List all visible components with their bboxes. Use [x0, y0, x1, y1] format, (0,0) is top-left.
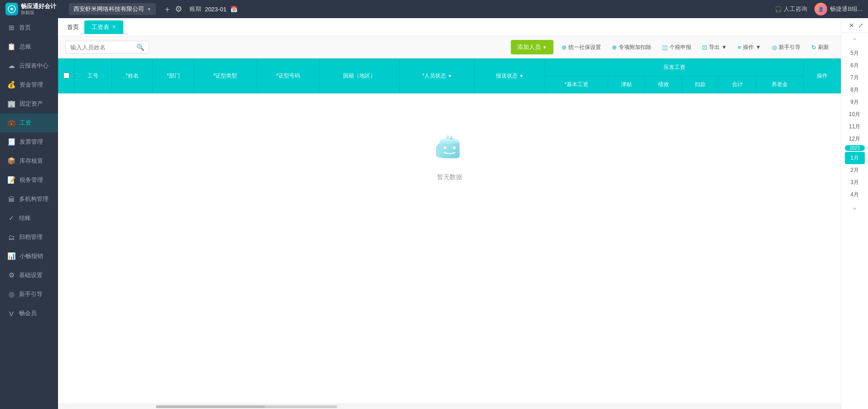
sidebar-item-report[interactable]: ☁ 云报表中心 — [0, 56, 58, 75]
deduction-icon: ⊕ — [612, 44, 617, 51]
svg-point-3 — [453, 146, 456, 149]
sidebar-item-home[interactable]: ⊞ 首页 — [0, 18, 58, 37]
header-salary-group: 应发工资 — [545, 59, 804, 76]
tab-salary-close[interactable]: ✕ — [112, 24, 116, 30]
add-person-button[interactable]: 添加人员 ▼ — [511, 40, 553, 54]
sidebar-item-invoice[interactable]: 🧾 发票管理 — [0, 132, 58, 151]
month-item-10[interactable]: 10月 — [845, 108, 865, 121]
sidebar-item-settle[interactable]: ✓ 结账 — [0, 209, 58, 228]
export-dropdown-arrow: ▼ — [722, 44, 727, 50]
logo-area: 畅应通好会计 旗舰版 — [5, 3, 60, 15]
year-month-list: ⌃ 5月 6月 7月 8月 9月 10月 11月 12月 2023 1月 2月 … — [841, 33, 868, 409]
sidebar-item-ledger[interactable]: 📋 总账 — [0, 37, 58, 56]
sidebar-label-ledger: 总账 — [19, 43, 31, 51]
tab-home[interactable]: 首页 — [62, 20, 84, 34]
app-name: 畅应通好会计 — [21, 3, 56, 10]
month-item-8[interactable]: 8月 — [845, 84, 865, 96]
export-label: 导出 — [709, 44, 720, 51]
sidebar-label-guide: 新手引导 — [19, 290, 43, 298]
header-performance: 绩效 — [645, 76, 682, 93]
user-btn[interactable]: 👤 畅捷通B组... — [815, 3, 863, 15]
operation-btn[interactable]: ≡ 操作 ▼ — [733, 41, 766, 54]
svg-marker-5 — [446, 134, 450, 139]
social-insurance-label: 统一社保设置 — [568, 44, 601, 51]
company-selector[interactable]: 西安虾米网络科技有限公司 ▼ — [69, 3, 156, 15]
panel-expand-btn[interactable]: ⤢ — [857, 21, 864, 30]
month-item-9[interactable]: 9月 — [845, 96, 865, 108]
tab-home-label: 首页 — [67, 23, 79, 31]
table-scrollbar[interactable] — [58, 404, 841, 409]
sidebar-item-asset[interactable]: 🏢 固定资产 — [0, 94, 58, 113]
search-box[interactable]: 🔍 — [65, 41, 149, 54]
period-value: 2023-01 — [205, 6, 227, 13]
month-item-11[interactable]: 11月 — [845, 121, 865, 133]
tax-report-btn[interactable]: ◫ 个税申报 — [658, 41, 696, 54]
service-label: 人工咨询 — [784, 5, 807, 13]
salary-table: 工号 *姓名 *部门 *证型类型 *证型号码 国籍（地区） *人员状态 ▼ 报送… — [58, 58, 841, 218]
export-icon: ⊡ — [702, 44, 707, 51]
add-person-label: 添加人员 — [517, 43, 541, 51]
sidebar-label-tax: 税务管理 — [19, 176, 43, 184]
guide-icon: ◎ — [7, 290, 15, 298]
tab-salary[interactable]: 工资表 ✕ — [84, 20, 123, 34]
sidebar-item-guide[interactable]: ◎ 新手引导 — [0, 285, 58, 304]
month-item-2023-4[interactable]: 4月 — [845, 189, 865, 201]
year-nav-up[interactable]: ⌃ — [850, 35, 859, 47]
sidebar-item-inventory[interactable]: 📦 库存核算 — [0, 151, 58, 170]
search-input[interactable] — [70, 44, 134, 51]
ledger-icon: 📋 — [7, 43, 16, 51]
sidebar-item-multi-org[interactable]: 🏛 多机构管理 — [0, 190, 58, 209]
month-item-12[interactable]: 12月 — [845, 133, 865, 145]
refresh-btn[interactable]: ↻ 刷新 — [807, 41, 834, 54]
month-item-7[interactable]: 7月 — [845, 72, 865, 84]
deduction-btn[interactable]: ⊕ 专项附加扣除 — [607, 41, 656, 54]
settings-button[interactable]: ⚙ — [175, 4, 182, 14]
sidebar-label-report: 云报表中心 — [19, 62, 48, 70]
app-logo-icon — [5, 3, 18, 15]
empty-state: 暂无数据 — [58, 93, 841, 218]
sidebar-item-fund[interactable]: 💰 资金管理 — [0, 75, 58, 94]
period-info: 账期 2023-01 📅 — [189, 5, 238, 13]
user-name: 畅捷通B组... — [830, 5, 863, 13]
settings-icon: ⚙ — [7, 271, 15, 279]
sidebar-item-expense[interactable]: 📊 小畅报销 — [0, 247, 58, 266]
header-total: 合计 — [719, 76, 756, 93]
add-button[interactable]: ＋ — [163, 4, 171, 15]
month-item-5[interactable]: 5月 — [845, 47, 865, 59]
report-icon: ☁ — [7, 62, 15, 70]
header-cert-no: *证型号码 — [257, 59, 320, 93]
calendar-icon[interactable]: 📅 — [230, 6, 238, 13]
sidebar-item-tax[interactable]: 📝 税务管理 — [0, 170, 58, 190]
year-nav-down[interactable]: ⌄ — [850, 201, 859, 213]
asset-icon: 🏢 — [7, 100, 16, 108]
sidebar-item-vip[interactable]: V 畅会员 — [0, 304, 58, 323]
month-item-2023-1[interactable]: 1月 — [845, 152, 865, 164]
sidebar: ⊞ 首页 📋 总账 ☁ 云报表中心 💰 资金管理 🏢 固定资产 💼 工资 🧾 发… — [0, 18, 58, 409]
sidebar-item-salary[interactable]: 💼 工资 — [0, 113, 58, 132]
export-btn[interactable]: ⊡ 导出 ▼ — [698, 41, 732, 54]
invoice-icon: 🧾 — [7, 138, 16, 146]
sidebar-label-expense: 小畅报销 — [19, 252, 43, 260]
sidebar-label-home: 首页 — [19, 24, 31, 32]
toolbar-actions: ⊛ 统一社保设置 ⊕ 专项附加扣除 ◫ 个税申报 ⊡ 导出 ▼ ≡ — [557, 41, 834, 54]
select-all-checkbox[interactable] — [63, 73, 69, 78]
content-area: 首页 工资表 ✕ 🔍 添加人员 ▼ ⊛ 统一社保设置 — [58, 18, 841, 409]
social-insurance-btn[interactable]: ⊛ 统一社保设置 — [557, 41, 606, 54]
sidebar-item-settings[interactable]: ⚙ 基础设置 — [0, 266, 58, 285]
sidebar-item-archive[interactable]: 🗂 归档管理 — [0, 228, 58, 247]
month-item-2023-3[interactable]: 3月 — [845, 176, 865, 189]
status-filter-icon[interactable]: ▼ — [448, 73, 452, 78]
top-header: 畅应通好会计 旗舰版 西安虾米网络科技有限公司 ▼ ＋ ⚙ 账期 2023-01… — [0, 0, 868, 18]
expense-icon: 📊 — [7, 252, 16, 260]
report-filter-icon[interactable]: ▼ — [519, 73, 524, 78]
guide-btn[interactable]: ◎ 新手引导 — [767, 41, 805, 54]
guide-icon-toolbar: ◎ — [772, 44, 777, 51]
month-item-2023-2[interactable]: 2月 — [845, 164, 865, 176]
panel-close-btn[interactable]: ✕ — [848, 21, 855, 30]
sidebar-label-archive: 归档管理 — [19, 233, 43, 241]
logo-text: 畅应通好会计 旗舰版 — [21, 3, 56, 15]
month-item-6[interactable]: 6月 — [845, 59, 865, 72]
toolbar: 🔍 添加人员 ▼ ⊛ 统一社保设置 ⊕ 专项附加扣除 ◫ 个税申报 — [58, 36, 841, 58]
tax-icon: 📝 — [7, 176, 16, 184]
service-btn[interactable]: 🎧 人工咨询 — [775, 5, 807, 13]
